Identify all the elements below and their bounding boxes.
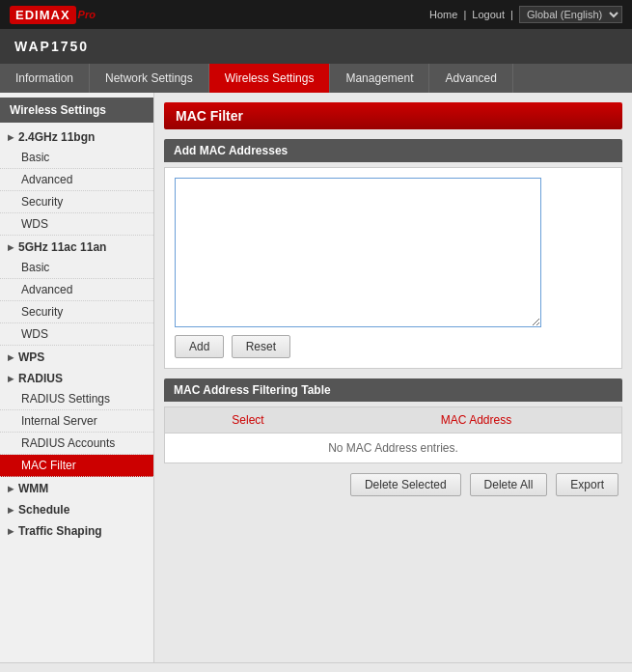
sidebar-item-24-advanced[interactable]: Advanced xyxy=(0,169,153,191)
sidebar-wmm[interactable]: WMM xyxy=(0,477,153,498)
nav-management[interactable]: Management xyxy=(330,64,429,93)
export-button[interactable]: Export xyxy=(556,473,618,496)
sidebar-radius-settings[interactable]: RADIUS Settings xyxy=(0,388,153,410)
sidebar-mac-filter[interactable]: MAC Filter xyxy=(0,455,153,477)
no-entries-message: No MAC Address entries. xyxy=(165,434,621,463)
content-wrapper: Wireless Settings 2.4GHz 11bgn Basic Adv… xyxy=(0,93,632,662)
sidebar-item-24-security[interactable]: Security xyxy=(0,191,153,213)
delete-all-button[interactable]: Delete All xyxy=(470,473,548,496)
nav-network-settings[interactable]: Network Settings xyxy=(90,64,209,93)
sidebar-item-5-security[interactable]: Security xyxy=(0,301,153,323)
sidebar-item-24-wds[interactable]: WDS xyxy=(0,213,153,236)
mac-filter-table: Select MAC Address No MAC Address entrie… xyxy=(165,407,621,462)
add-mac-content: Add Reset xyxy=(164,167,622,369)
nav-wireless-settings[interactable]: Wireless Settings xyxy=(209,64,331,93)
main-content: MAC Filter Add MAC Addresses Add Reset M… xyxy=(154,93,632,662)
logout-link[interactable]: Logout xyxy=(472,9,505,20)
home-link[interactable]: Home xyxy=(429,9,457,20)
add-button[interactable]: Add xyxy=(175,335,224,358)
footer: Copyright 2014 © EDIMAX Technology Co., … xyxy=(0,662,632,672)
sidebar-item-24-basic[interactable]: Basic xyxy=(0,147,153,169)
reset-button[interactable]: Reset xyxy=(232,335,290,358)
mac-table-content: Select MAC Address No MAC Address entrie… xyxy=(164,406,622,463)
mac-table-header: MAC Address Filtering Table xyxy=(164,378,622,402)
delete-selected-button[interactable]: Delete Selected xyxy=(350,473,461,496)
sidebar-group-5ghz[interactable]: 5GHz 11ac 11an xyxy=(0,236,153,257)
device-name: WAP1750 xyxy=(14,39,89,54)
add-mac-section: Add MAC Addresses Add Reset xyxy=(164,139,622,369)
sidebar-section-title: Wireless Settings xyxy=(0,98,153,123)
logo-area: EDIMAX Pro xyxy=(10,6,96,24)
sidebar-wps[interactable]: WPS xyxy=(0,346,153,367)
add-mac-header: Add MAC Addresses xyxy=(164,139,622,162)
top-bar: EDIMAX Pro Home | Logout | Global (Engli… xyxy=(0,0,632,29)
sidebar: Wireless Settings 2.4GHz 11bgn Basic Adv… xyxy=(0,93,154,662)
sidebar-group-24ghz[interactable]: 2.4GHz 11bgn xyxy=(0,126,153,147)
page-title: MAC Filter xyxy=(164,102,622,129)
action-buttons: Delete Selected Delete All Export xyxy=(164,473,622,496)
sidebar-item-5-advanced[interactable]: Advanced xyxy=(0,279,153,301)
sidebar-internal-server[interactable]: Internal Server xyxy=(0,410,153,433)
col-select: Select xyxy=(165,407,331,434)
logo-edimax: EDIMAX xyxy=(10,6,76,24)
sidebar-schedule[interactable]: Schedule xyxy=(0,498,153,519)
nav-advanced[interactable]: Advanced xyxy=(429,64,512,93)
logo-pro: Pro xyxy=(78,9,96,20)
sidebar-radius[interactable]: RADIUS xyxy=(0,367,153,388)
nav-information[interactable]: Information xyxy=(0,64,90,93)
language-select[interactable]: Global (English) xyxy=(519,6,622,23)
main-nav: Information Network Settings Wireless Se… xyxy=(0,64,632,93)
col-mac-address: MAC Address xyxy=(331,407,621,434)
mac-textarea[interactable] xyxy=(175,178,541,327)
sidebar-radius-accounts[interactable]: RADIUS Accounts xyxy=(0,433,153,455)
sidebar-item-5-wds[interactable]: WDS xyxy=(0,323,153,346)
device-bar: WAP1750 xyxy=(0,29,632,64)
sidebar-item-5-basic[interactable]: Basic xyxy=(0,257,153,279)
sidebar-traffic-shaping[interactable]: Traffic Shaping xyxy=(0,519,153,541)
mac-table-section: MAC Address Filtering Table Select MAC A… xyxy=(164,378,622,463)
top-links: Home | Logout | Global (English) xyxy=(429,6,622,23)
no-entries-row: No MAC Address entries. xyxy=(165,434,621,463)
